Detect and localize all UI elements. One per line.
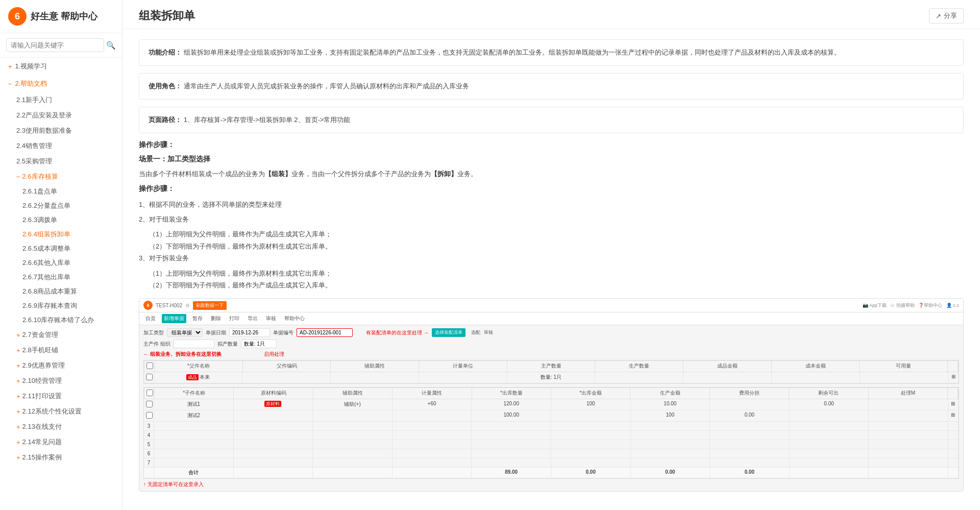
mock-row-check[interactable] (146, 374, 153, 380)
mock-btd6-action (948, 449, 959, 458)
sidebar-item-purchase[interactable]: 2.5采购管理 (0, 154, 122, 169)
mock-td-main-qty: 数量: 1只 (507, 372, 596, 383)
search-input[interactable] (6, 38, 104, 52)
mock-btd4-c5 (472, 431, 551, 440)
mock-type-select[interactable]: 组装单据 拆卸单据 (167, 328, 203, 337)
mock-btd7-c7 (631, 458, 710, 467)
sidebar-item-coupon-label: 2.9优惠券管理 (22, 361, 65, 370)
path-block: 页面路径： 1、库存核算->库存管理->组装拆卸单 2、首页->常用功能 (139, 107, 964, 133)
annotation-no-bom: ↑ 无固定清单可在这里录入 (143, 481, 959, 488)
sidebar-item-transfer[interactable]: 2.6.3调拨单 (0, 213, 122, 227)
mock-btd4-action (948, 431, 959, 440)
mock-btd1-remain: 0.00 (790, 399, 869, 410)
mock-btd1-check (144, 399, 154, 410)
sidebar-item-video[interactable]: + 1.视频学习 (0, 58, 122, 75)
sidebar-item-division[interactable]: 2.6.2分量盘点单 (0, 199, 122, 213)
scene1-link1: 【组装】 (265, 170, 291, 178)
main-header: 组装拆卸单 ↗ 分享 (122, 0, 980, 29)
sidebar-item-sales[interactable]: 2.4销售管理 (0, 138, 122, 154)
cases-plus-icon: + (16, 454, 20, 462)
sidebar-item-operation[interactable]: + 2.10经营管理 (0, 373, 122, 388)
sidebar-item-stocktake[interactable]: 2.6.1盘点单 (0, 184, 122, 199)
mock-nav-export[interactable]: 导出 (246, 314, 260, 323)
mock-btd3-c9 (790, 422, 869, 430)
mock-btd5-c2 (234, 440, 313, 449)
sidebar-item-other-out[interactable]: 2.6.7其他出库单 (0, 270, 122, 284)
mock-footer-c8: 0.00 (710, 468, 790, 478)
sidebar-item-cost[interactable]: 2.6.5成本调整单 (0, 241, 122, 256)
sidebar-item-data-prep[interactable]: 2.3使用前数据准备 (0, 123, 122, 138)
mock-nav-save[interactable]: 暂存 (190, 314, 205, 323)
sidebar-item-cases[interactable]: + 2.15操作案例 (0, 450, 122, 465)
step1-text: 1、根据不同的业务，选择不同单据的类型来处理 (139, 199, 964, 210)
mock-refresh-btn[interactable]: 刷新数据一下 (193, 301, 227, 310)
intro-text: 组装拆卸单用来处理企业组装或拆卸等加工业务，支持有固定装配清单的产品加工业务，也… (184, 48, 841, 56)
mock-btd1-attr: 辅助(+) (313, 399, 393, 410)
step3-text: 3、对于拆装业务 (139, 252, 964, 264)
mock-btd6-c3 (313, 449, 393, 458)
sidebar-item-ledger[interactable]: 2.6.9库存账本查询 (0, 299, 122, 313)
mock-footer-c2 (234, 468, 313, 478)
mock-btd3-c2 (234, 422, 313, 430)
mock-nav-delete[interactable]: 删除 (209, 314, 223, 323)
role-text: 通常由生产人员或库管人员完成折装业务的操作，库管人员确认原材料的出库和产成品的入… (184, 82, 469, 90)
mock-btd1-unit: +60 (393, 399, 472, 410)
mock-select-bom-btn[interactable]: 选择装配清单 (432, 328, 465, 337)
mock-nav-help[interactable]: 帮助中心 (282, 314, 307, 323)
mock-btd7-c6 (551, 458, 631, 467)
mock-qty-input[interactable] (241, 339, 277, 348)
mock-bth-check-input[interactable] (146, 390, 153, 396)
sidebar-item-coupon[interactable]: + 2.9优惠券管理 (0, 358, 122, 373)
sidebar-item-capital[interactable]: + 2.7资金管理 (0, 327, 122, 343)
mock-btd3-action (948, 422, 959, 430)
mock-btd2-out-amt (551, 410, 631, 421)
mock-btd7-action (948, 458, 959, 467)
content-area: 功能介绍： 组装拆卸单用来处理企业组装或拆卸等加工业务，支持有固定装配清单的产品… (122, 29, 980, 510)
sidebar-item-error[interactable]: 2.6.10库存账本错了么办 (0, 313, 122, 327)
mock-bth-code: 原材料编码 (234, 388, 313, 399)
mock-btd6-c1 (154, 449, 234, 458)
mock-brow2-check[interactable] (146, 412, 153, 419)
mock-td-check (144, 372, 154, 383)
sidebar-item-customize[interactable]: + 2.12系统个性化设置 (0, 404, 122, 419)
sidebar-item-inventory[interactable]: − 2.6库存核算 (0, 169, 122, 184)
step3-sub1: （1）上部明细为父件明细，最终作为原材料生成其它出库单； (149, 268, 964, 279)
mock-org-input[interactable] (174, 339, 214, 348)
mock-date-label: 单据日期 (206, 329, 226, 336)
sidebar-item-online-pay[interactable]: + 2.13在线支付 (0, 419, 122, 434)
mock-btd7-c9 (790, 458, 869, 467)
mock-btd2-code (234, 410, 313, 421)
share-button[interactable]: ↗ 分享 (929, 8, 964, 23)
step3-sub2: （2）下部明细为子件明细，最终作为产成品生成其它入库单。 (149, 279, 964, 291)
search-icon[interactable]: 🔍 (106, 41, 116, 50)
sidebar-item-faq[interactable]: + 2.14常见问题 (0, 434, 122, 450)
sidebar-item-install[interactable]: 2.2产品安装及登录 (0, 108, 122, 123)
mock-btd4-c8 (710, 431, 790, 440)
mock-btd5-c10 (869, 440, 948, 449)
mock-bth-prod-amt: 生产金额 (630, 388, 709, 399)
mock-td-cost-amt (772, 372, 860, 383)
mock-btd1-out-amt: 100 (551, 399, 631, 410)
mock-nav-new[interactable]: 新增单据 (162, 314, 186, 323)
mock-no-input[interactable] (297, 328, 353, 337)
sidebar-item-mobile[interactable]: + 2.8手机旺铺 (0, 343, 122, 358)
mock-btd6-num: 6 (144, 449, 154, 458)
sidebar-item-other-in[interactable]: 2.6.6其他入库单 (0, 256, 122, 270)
sidebar-item-print[interactable]: + 2.11打印设置 (0, 388, 122, 404)
mock-nav-print[interactable]: 打印 (227, 314, 241, 323)
mock-brow1-check[interactable] (146, 401, 153, 407)
mock-btd6-c9 (790, 449, 869, 458)
mock-nav-home[interactable]: 自贡 (143, 314, 158, 323)
mock-nav-review[interactable]: 审核 (264, 314, 278, 323)
mock-btd3-c5 (472, 422, 551, 430)
mock-date-input[interactable] (229, 328, 270, 337)
mock-th-check[interactable] (146, 362, 153, 369)
mock-bth-name: *子件名称 (155, 388, 234, 399)
mock-td-attr (331, 372, 419, 383)
sidebar-item-help-docs[interactable]: − 2.帮助文档 (0, 75, 122, 92)
sidebar-item-faq-label: 2.14常见问题 (22, 438, 62, 447)
sidebar-item-assembly[interactable]: 2.6.4组装拆卸单 (0, 227, 122, 241)
inventory-minus-icon: − (16, 173, 20, 181)
sidebar-item-newbie[interactable]: 2.1新手入门 (0, 92, 122, 108)
sidebar-item-cost-calc[interactable]: 2.6.8商品成本重算 (0, 284, 122, 299)
